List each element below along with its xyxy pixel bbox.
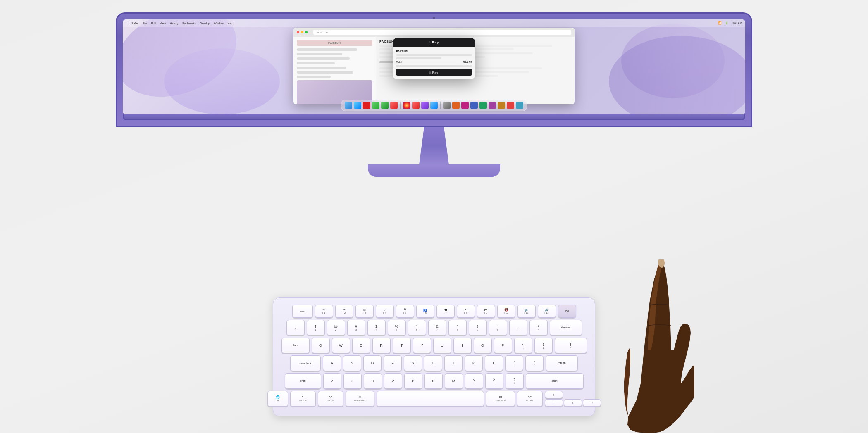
- key-left-option[interactable]: ⌥ option: [318, 391, 343, 407]
- key-lbracket[interactable]: { [: [514, 338, 532, 353]
- fullscreen-button[interactable]: [305, 31, 308, 33]
- key-slash[interactable]: ? /: [506, 373, 524, 389]
- key-b[interactable]: B: [404, 373, 422, 389]
- key-i[interactable]: I: [453, 338, 472, 353]
- key-p[interactable]: P: [494, 338, 512, 353]
- address-bar[interactable]: pacsun.com: [313, 30, 571, 35]
- key-m[interactable]: M: [445, 373, 463, 389]
- dock-finder[interactable]: [345, 102, 352, 109]
- key-f[interactable]: F: [384, 355, 402, 371]
- key-space[interactable]: [377, 391, 484, 407]
- dock-mail[interactable]: [363, 102, 370, 109]
- key-4[interactable]: $ 4: [367, 320, 386, 335]
- dock-icon-4[interactable]: [479, 102, 487, 109]
- menubar-safari[interactable]: Safari: [131, 22, 138, 25]
- key-capslock[interactable]: caps lock: [290, 355, 321, 371]
- key-c[interactable]: C: [364, 373, 382, 389]
- key-n[interactable]: N: [424, 373, 443, 389]
- key-f1[interactable]: ☀ F1: [315, 305, 333, 318]
- key-6[interactable]: ^ 6: [408, 320, 426, 335]
- menubar-history[interactable]: History: [170, 22, 178, 25]
- key-g[interactable]: G: [404, 355, 422, 371]
- dock-icon-5[interactable]: [489, 102, 496, 109]
- key-s[interactable]: S: [343, 355, 361, 371]
- apple-menu[interactable]: : [126, 21, 127, 25]
- key-j[interactable]: J: [444, 355, 463, 371]
- dock-icon-3[interactable]: [470, 102, 478, 109]
- key-f11[interactable]: 🔉 F11: [517, 305, 536, 318]
- dock-icon-8[interactable]: [516, 102, 523, 109]
- key-a[interactable]: A: [323, 355, 341, 371]
- key-period-label: .: [494, 382, 495, 384]
- menubar-help[interactable]: Help: [228, 22, 233, 25]
- dock-messages[interactable]: [372, 102, 379, 109]
- key-0[interactable]: ) 0: [489, 320, 507, 335]
- key-control[interactable]: ⌃ control: [290, 391, 316, 407]
- dock-safari[interactable]: [354, 102, 361, 109]
- key-1[interactable]: ! 1: [307, 320, 325, 335]
- dock-music[interactable]: [412, 102, 420, 109]
- dock-icon-7[interactable]: [507, 102, 514, 109]
- dock-facetime[interactable]: [381, 102, 389, 109]
- key-comma[interactable]: < ,: [465, 373, 483, 389]
- key-f9[interactable]: ⏭ F9: [477, 305, 495, 318]
- key-t[interactable]: T: [393, 338, 411, 353]
- key-f2[interactable]: ☀ F2: [335, 305, 353, 318]
- key-2[interactable]: @ 2: [327, 320, 345, 335]
- key-left-command[interactable]: ⌘ command: [346, 391, 374, 407]
- menubar-develop[interactable]: Develop: [200, 22, 210, 25]
- key-f8-label: F8: [464, 312, 467, 314]
- key-period[interactable]: > .: [485, 373, 503, 389]
- dock-appstore[interactable]: [430, 102, 438, 109]
- close-button[interactable]: [297, 31, 299, 33]
- menubar-edit[interactable]: Edit: [151, 22, 156, 25]
- key-h[interactable]: H: [424, 355, 442, 371]
- menubar-bookmarks[interactable]: Bookmarks: [182, 22, 196, 25]
- key-5[interactable]: % 5: [388, 320, 406, 335]
- key-e[interactable]: E: [352, 338, 370, 353]
- key-f3[interactable]: ⊞ F3: [355, 305, 374, 318]
- key-f4[interactable]: ⌕ F4: [376, 305, 394, 318]
- key-3[interactable]: # 3: [347, 320, 365, 335]
- key-z[interactable]: Z: [323, 373, 341, 389]
- apple-pay-button[interactable]:  Pay: [396, 69, 472, 76]
- key-f10[interactable]: 🔇 F10: [497, 305, 515, 318]
- menubar-window[interactable]: Window: [214, 22, 224, 25]
- key-v[interactable]: V: [384, 373, 402, 389]
- key-o[interactable]: O: [474, 338, 492, 353]
- key-f7[interactable]: ⏮ F7: [436, 305, 455, 318]
- key-x[interactable]: X: [343, 373, 362, 389]
- key-fn[interactable]: 🌐 fn: [267, 391, 288, 407]
- key-minus[interactable]: _ -: [509, 320, 527, 335]
- minimize-button[interactable]: [301, 31, 303, 33]
- key-9[interactable]: ( 9: [469, 320, 487, 335]
- dock-icon-1[interactable]: [452, 102, 460, 109]
- key-r[interactable]: R: [372, 338, 391, 353]
- dock-system-preferences[interactable]: [443, 102, 451, 109]
- dock-photos[interactable]: [403, 102, 410, 109]
- key-l[interactable]: L: [485, 355, 503, 371]
- key-8[interactable]: * 8: [448, 320, 467, 335]
- dock-icon-6[interactable]: [498, 102, 505, 109]
- dock-podcasts[interactable]: [421, 102, 429, 109]
- menubar-view[interactable]: View: [160, 22, 166, 25]
- key-backtick[interactable]: ~ `: [286, 320, 305, 335]
- key-u[interactable]: U: [433, 338, 451, 353]
- key-f8[interactable]: ⏯ F8: [457, 305, 475, 318]
- key-q[interactable]: Q: [312, 338, 330, 353]
- key-esc[interactable]: esc: [292, 305, 313, 318]
- key-f5[interactable]: 🎙 F5: [396, 305, 414, 318]
- key-tab[interactable]: tab: [281, 338, 310, 353]
- dock-icon-2[interactable]: [461, 102, 469, 109]
- key-lshift[interactable]: shift: [285, 373, 321, 389]
- key-y[interactable]: Y: [413, 338, 431, 353]
- key-7[interactable]: & 7: [428, 320, 446, 335]
- dock-calendar[interactable]: [390, 102, 398, 109]
- key-right-command[interactable]: ⌘ command: [486, 391, 515, 407]
- key-f6[interactable]: ♿ F6: [416, 305, 434, 318]
- key-semicolon[interactable]: : ;: [505, 355, 523, 371]
- key-d[interactable]: D: [363, 355, 382, 371]
- key-k[interactable]: K: [465, 355, 483, 371]
- menubar-file[interactable]: File: [143, 22, 147, 25]
- key-w[interactable]: W: [332, 338, 350, 353]
